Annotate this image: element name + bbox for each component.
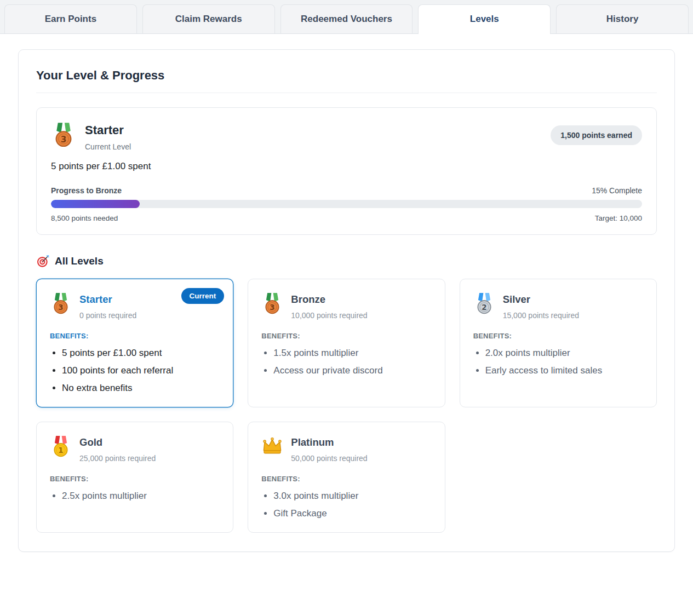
tab-label: Claim Rewards bbox=[175, 14, 242, 24]
tab-earn-points[interactable]: Earn Points bbox=[4, 4, 137, 33]
progress-bar bbox=[51, 200, 642, 208]
benefits-label: BENEFITS: bbox=[50, 475, 220, 483]
divider bbox=[36, 93, 657, 93]
progress-fill bbox=[51, 200, 140, 208]
level-name: Gold bbox=[79, 436, 156, 448]
benefits-list: 2.5x points multiplier bbox=[50, 491, 220, 502]
level-card-platinum: Platinum 50,000 points required BENEFITS… bbox=[248, 422, 445, 533]
points-needed-text: 8,500 points needed bbox=[51, 214, 118, 222]
level-card-starter: Current 3 Starter 0 points required BENE… bbox=[36, 279, 233, 407]
current-badge: Current bbox=[181, 288, 225, 304]
current-level-subtitle: Current Level bbox=[85, 142, 131, 151]
tab-bar: Earn Points Claim Rewards Redeemed Vouch… bbox=[0, 0, 693, 34]
level-points-required: 15,000 points required bbox=[503, 311, 579, 320]
current-level-name: Starter bbox=[85, 123, 131, 137]
levels-panel: Your Level & Progress 3 Starter Current … bbox=[18, 49, 675, 552]
benefits-label: BENEFITS: bbox=[261, 332, 431, 340]
benefits-list: 5 points per £1.00 spent100 points for e… bbox=[50, 348, 220, 394]
tab-label: Redeemed Vouchers bbox=[301, 14, 392, 24]
level-points-required: 25,000 points required bbox=[79, 454, 156, 463]
benefit-item: 100 points for each referral bbox=[62, 365, 220, 376]
levels-grid: Current 3 Starter 0 points required BENE… bbox=[36, 279, 657, 533]
level-name: Bronze bbox=[291, 293, 367, 306]
level-medal-icon: 3 bbox=[261, 292, 283, 314]
tab-label: Earn Points bbox=[45, 14, 96, 24]
benefits-label: BENEFITS: bbox=[50, 332, 220, 340]
all-levels-title: All Levels bbox=[55, 255, 104, 267]
tab-history[interactable]: History bbox=[556, 4, 689, 33]
benefit-item: Gift Package bbox=[273, 508, 431, 519]
level-points-required: 10,000 points required bbox=[291, 311, 367, 320]
bronze-medal-icon: 3 bbox=[51, 122, 76, 147]
tab-levels[interactable]: Levels bbox=[418, 4, 551, 34]
level-name: Platinum bbox=[291, 436, 367, 448]
benefit-item: 2.5x points multiplier bbox=[62, 491, 220, 502]
benefit-item: 1.5x points multiplier bbox=[273, 348, 431, 359]
level-medal-icon: 2 bbox=[473, 292, 495, 314]
current-level-card: 3 Starter Current Level 1,500 points ear… bbox=[36, 107, 657, 235]
svg-text:3: 3 bbox=[61, 135, 67, 145]
level-points-required: 0 points required bbox=[79, 311, 136, 320]
benefit-item: 3.0x points multiplier bbox=[273, 491, 431, 502]
benefits-list: 1.5x points multiplierAccess our private… bbox=[261, 348, 431, 376]
level-name: Silver bbox=[503, 293, 579, 306]
points-earned-badge: 1,500 points earned bbox=[551, 125, 642, 145]
progress-percent-label: 15% Complete bbox=[592, 186, 642, 195]
tab-label: Levels bbox=[470, 14, 499, 24]
benefit-item: Access our private discord bbox=[273, 365, 431, 376]
benefit-item: 2.0x points multiplier bbox=[485, 348, 643, 359]
benefit-item: Early access to limited sales bbox=[485, 365, 643, 376]
tab-redeemed-vouchers[interactable]: Redeemed Vouchers bbox=[280, 4, 413, 33]
benefit-item: 5 points per £1.00 spent bbox=[62, 348, 220, 359]
level-medal-icon bbox=[261, 435, 283, 457]
progress-label: Progress to Bronze bbox=[51, 186, 122, 195]
level-name: Starter bbox=[79, 293, 136, 306]
benefits-label: BENEFITS: bbox=[261, 475, 431, 483]
svg-text:3: 3 bbox=[270, 303, 275, 312]
page-title: Your Level & Progress bbox=[36, 68, 657, 83]
level-points-required: 50,000 points required bbox=[291, 454, 367, 463]
benefit-item: No extra benefits bbox=[62, 383, 220, 394]
level-medal-icon: 1 bbox=[50, 435, 72, 457]
tab-claim-rewards[interactable]: Claim Rewards bbox=[142, 4, 275, 33]
level-card-bronze: 3 Bronze 10,000 points required BENEFITS… bbox=[248, 279, 445, 407]
target-text: Target: 10,000 bbox=[595, 214, 642, 222]
tab-label: History bbox=[606, 14, 639, 24]
svg-text:3: 3 bbox=[58, 303, 63, 312]
benefits-label: BENEFITS: bbox=[473, 332, 643, 340]
tab-content: Your Level & Progress 3 Starter Current … bbox=[0, 34, 693, 556]
level-card-silver: 2 Silver 15,000 points required BENEFITS… bbox=[460, 279, 657, 407]
svg-text:1: 1 bbox=[58, 446, 63, 454]
level-medal-icon: 3 bbox=[50, 292, 72, 314]
earn-rate-text: 5 points per £1.00 spent bbox=[51, 161, 642, 172]
benefits-list: 2.0x points multiplierEarly access to li… bbox=[473, 348, 643, 376]
target-icon bbox=[36, 255, 49, 268]
benefits-list: 3.0x points multiplierGift Package bbox=[261, 491, 431, 519]
svg-text:2: 2 bbox=[482, 303, 486, 312]
level-card-gold: 1 Gold 25,000 points required BENEFITS: … bbox=[36, 422, 233, 533]
